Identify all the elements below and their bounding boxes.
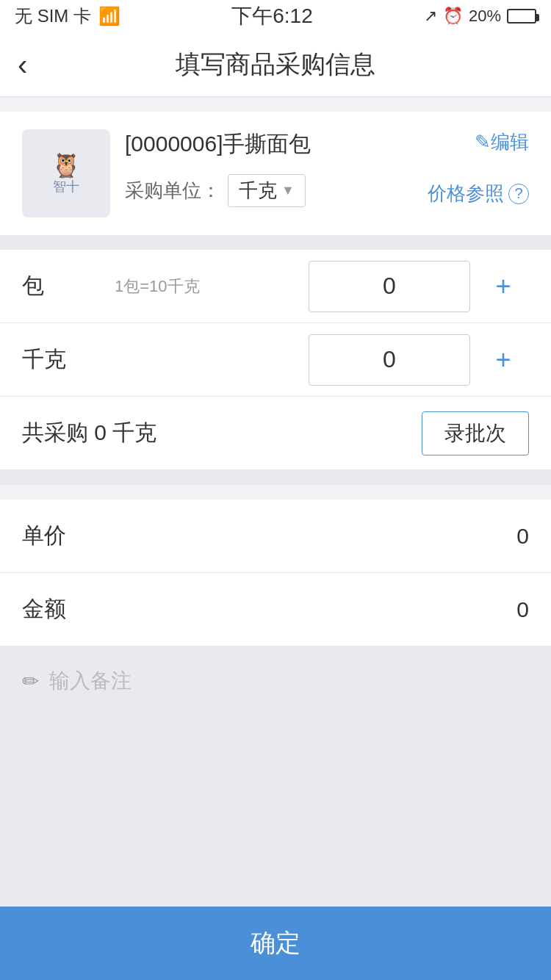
pack-input[interactable]: 0 [309,261,470,312]
back-button[interactable]: ‹ [18,50,27,79]
summary-row: 共采购 0 千克 录批次 [0,397,551,470]
notes-placeholder: 输入备注 [49,667,132,695]
price-reference-button[interactable]: 价格参照 ? [428,181,529,206]
unit-label-text: 采购单位： [125,178,220,203]
confirm-button[interactable]: 确定 [0,907,551,980]
product-info: [0000006]手撕面包 ✎编辑 采购单位： 千克 ▼ 价格参照 ? [125,129,529,207]
kg-label: 千克 [22,345,110,375]
pack-plus-button[interactable]: + [478,261,529,312]
unit-value: 千克 [239,178,277,203]
product-logo: 🦉 智十 [51,154,81,193]
unit-price-label: 单价 [22,521,66,551]
unit-row: 采购单位： 千克 ▼ [125,174,306,207]
status-bar: 无 SIM 卡 📶 下午6:12 ↗ ⏰ 20% [0,0,551,32]
input-section: 包 1包=10千克 0 + 千克 0 + [0,250,551,397]
unit-price-value: 0 [516,524,529,549]
product-card: 🦉 智十 [0000006]手撕面包 ✎编辑 采购单位： 千克 ▼ 价格参照 ? [0,112,551,235]
battery-icon [507,9,536,24]
help-icon: ? [508,184,529,204]
divider-1 [0,235,551,250]
divider-2 [0,470,551,485]
notes-section[interactable]: ✏ 输入备注 [0,646,551,716]
pack-value: 0 [383,273,396,300]
pack-sublabel: 1包=10千克 [115,275,200,298]
unit-select[interactable]: 千克 ▼ [228,174,306,207]
kg-input[interactable]: 0 [309,334,470,386]
pack-row: 包 1包=10千克 0 + [0,250,551,323]
product-name: [0000006]手撕面包 [125,129,311,159]
status-right: ↗ ⏰ 20% [424,7,536,26]
amount-row: 金额 0 [0,573,551,646]
alarm-icon: ⏰ [443,7,463,26]
status-time: 下午6:12 [231,2,313,30]
product-image: 🦉 智十 [22,129,110,217]
kg-plus-button[interactable]: + [478,334,529,386]
detail-section: 单价 0 金额 0 [0,500,551,646]
kg-row: 千克 0 + [0,323,551,397]
unit-price-row: 单价 0 [0,500,551,573]
batch-button[interactable]: 录批次 [422,411,529,455]
status-left: 无 SIM 卡 📶 [15,4,120,28]
nav-bar: ‹ 填写商品采购信息 [0,32,551,97]
pencil-icon: ✏ [22,669,39,693]
chevron-down-icon: ▼ [281,183,295,198]
location-icon: ↗ [424,7,437,26]
page-title: 填写商品采购信息 [176,48,375,82]
price-ref-label: 价格参照 [428,181,504,206]
amount-value: 0 [516,597,529,622]
battery-percent: 20% [469,7,501,26]
edit-button[interactable]: ✎编辑 [475,129,529,155]
no-sim-text: 无 SIM 卡 [15,4,91,28]
wifi-icon: 📶 [98,6,120,26]
summary-text: 共采购 0 千克 [22,418,156,448]
kg-value: 0 [383,346,396,373]
pack-label: 包 [22,271,110,301]
amount-label: 金额 [22,594,66,624]
